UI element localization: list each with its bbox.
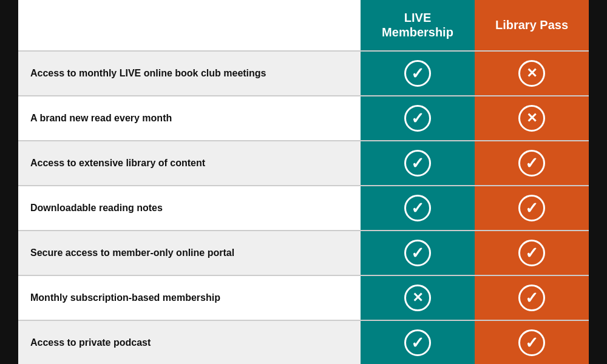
library-value — [475, 96, 589, 141]
table-row: Access to extensive library of content — [18, 141, 589, 186]
live-membership-header: LIVE Membership — [361, 0, 475, 51]
check-icon — [518, 285, 545, 311]
live-value — [361, 96, 475, 141]
library-value — [475, 275, 589, 320]
table-row: Access to private podcast — [18, 320, 589, 364]
check-icon — [404, 329, 431, 356]
live-value — [361, 141, 475, 186]
library-value — [475, 320, 589, 364]
table-row: Monthly subscription-based membership — [18, 275, 589, 320]
library-pass-header: Library Pass — [475, 0, 589, 51]
check-icon — [404, 60, 431, 87]
check-icon — [518, 150, 545, 177]
feature-label: A brand new read every month — [18, 96, 361, 141]
live-value — [361, 320, 475, 364]
feature-label: Secure access to member-only online port… — [18, 231, 361, 275]
check-icon — [518, 240, 545, 266]
library-value — [475, 51, 589, 96]
library-value — [475, 231, 589, 275]
feature-label: Access to extensive library of content — [18, 141, 361, 186]
library-value — [475, 141, 589, 186]
check-icon — [404, 105, 431, 132]
feature-label: Monthly subscription-based membership — [18, 275, 361, 320]
cross-icon — [518, 105, 545, 132]
check-icon — [404, 195, 431, 221]
table-row: A brand new read every month — [18, 96, 589, 141]
feature-label: Access to private podcast — [18, 320, 361, 364]
live-value — [361, 231, 475, 275]
check-icon — [404, 240, 431, 266]
table-row: Downloadable reading notes — [18, 186, 589, 231]
live-value — [361, 275, 475, 320]
feature-column-header — [18, 0, 361, 51]
check-icon — [404, 150, 431, 177]
check-icon — [518, 195, 545, 221]
check-icon — [518, 329, 545, 356]
cross-icon — [518, 60, 545, 87]
library-value — [475, 186, 589, 231]
table-row: Access to monthly LIVE online book club … — [18, 51, 589, 96]
table-row: Secure access to member-only online port… — [18, 231, 589, 275]
cross-icon — [404, 285, 431, 311]
comparison-table: LIVE Membership Library Pass Access to m… — [18, 0, 589, 364]
live-value — [361, 51, 475, 96]
live-value — [361, 186, 475, 231]
feature-label: Downloadable reading notes — [18, 186, 361, 231]
feature-label: Access to monthly LIVE online book club … — [18, 51, 361, 96]
